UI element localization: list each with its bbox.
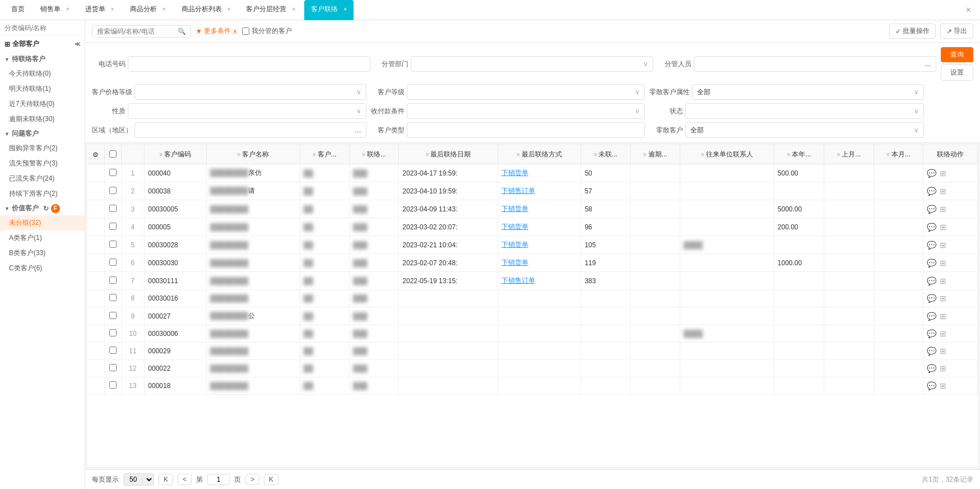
- col-this-month[interactable]: 本月...: [874, 145, 923, 164]
- row-check[interactable]: [104, 377, 121, 395]
- row-checkbox[interactable]: [109, 347, 117, 354]
- grid-action-icon[interactable]: ⊞: [940, 241, 946, 250]
- row-last-contact-method[interactable]: 下销货单: [498, 236, 581, 254]
- row-last-contact-method[interactable]: [498, 290, 581, 307]
- grid-action-icon[interactable]: ⊞: [940, 294, 946, 303]
- sidebar-group-value[interactable]: ▼ 价值客户 ↻ F: [0, 201, 85, 215]
- row-check[interactable]: [104, 254, 121, 272]
- row-check[interactable]: [104, 236, 121, 254]
- message-icon[interactable]: 💬: [927, 381, 936, 390]
- tab-product-analysis-list[interactable]: 商品分析列表 ×: [175, 0, 238, 20]
- message-icon[interactable]: 💬: [927, 329, 936, 338]
- sidebar-item-week-pending[interactable]: 近7天待联络(0): [0, 96, 85, 112]
- col-level[interactable]: 客户...: [300, 145, 349, 164]
- page-input[interactable]: [207, 474, 230, 485]
- message-icon[interactable]: 💬: [927, 169, 936, 178]
- row-last-contact-method[interactable]: [498, 377, 581, 395]
- grid-action-icon[interactable]: ⊞: [940, 312, 946, 321]
- tab-purchase[interactable]: 进货单 ×: [78, 0, 121, 20]
- row-last-contact-method[interactable]: 下销货单: [498, 254, 581, 272]
- sidebar-item-tomorrow-pending[interactable]: 明天待联络(1): [0, 81, 85, 96]
- search-btn[interactable]: 查询: [941, 47, 973, 62]
- my-customers-check[interactable]: [242, 27, 249, 35]
- batch-ops-button[interactable]: ✓ 批量操作: [889, 24, 936, 39]
- tab-customer-segment-close[interactable]: ×: [292, 6, 295, 12]
- row-check[interactable]: [104, 343, 121, 360]
- sidebar-item-overdue-pending[interactable]: 逾期未联络(30): [0, 112, 85, 127]
- customer-type-select[interactable]: [407, 122, 645, 138]
- row-check[interactable]: [104, 325, 121, 343]
- row-last-contact-method[interactable]: 下销货单: [498, 218, 581, 236]
- next-page-btn[interactable]: >: [245, 474, 259, 485]
- region-select[interactable]: …: [134, 122, 366, 138]
- row-checkbox[interactable]: [109, 223, 117, 230]
- message-icon[interactable]: 💬: [927, 276, 936, 285]
- sidebar-search-box[interactable]: 🔍: [0, 20, 85, 36]
- message-icon[interactable]: 💬: [927, 241, 936, 250]
- message-icon[interactable]: 💬: [927, 312, 936, 321]
- grid-action-icon[interactable]: ⊞: [940, 169, 946, 178]
- sidebar-item-class-a[interactable]: A类客户(1): [0, 230, 85, 246]
- row-checkbox[interactable]: [109, 312, 117, 319]
- payment-select[interactable]: ∨: [407, 103, 645, 119]
- sidebar-item-class-b[interactable]: B类客户(33): [0, 246, 85, 261]
- grid-action-icon[interactable]: ⊞: [940, 364, 946, 373]
- zero-sales-attr-select[interactable]: 全部 ∨: [692, 84, 924, 100]
- tab-customer-contact[interactable]: 客户联络 ×: [304, 0, 354, 20]
- row-checkbox[interactable]: [109, 259, 117, 266]
- select-all-check[interactable]: [109, 150, 117, 158]
- row-check[interactable]: [104, 360, 121, 377]
- row-checkbox[interactable]: [109, 241, 117, 248]
- sidebar-group-problem[interactable]: ▼ 问题客户: [0, 127, 85, 141]
- more-conditions-btn[interactable]: ▼ 更多条件 ∧: [196, 26, 238, 36]
- message-icon[interactable]: 💬: [927, 364, 936, 373]
- message-icon[interactable]: 💬: [927, 205, 936, 214]
- sidebar-item-abnormal[interactable]: 囤购异常客户(2): [0, 141, 85, 156]
- row-checkbox[interactable]: [109, 381, 117, 389]
- row-checkbox[interactable]: [109, 169, 117, 176]
- row-check[interactable]: [104, 290, 121, 307]
- grid-action-icon[interactable]: ⊞: [940, 187, 946, 196]
- row-checkbox[interactable]: [109, 294, 117, 301]
- col-company-contact[interactable]: 往来单位联系人: [680, 145, 774, 164]
- grid-action-icon[interactable]: ⊞: [940, 381, 946, 390]
- message-icon[interactable]: 💬: [927, 259, 936, 267]
- row-last-contact-method[interactable]: 下销售订单: [498, 182, 581, 200]
- col-code[interactable]: 客户编码: [145, 145, 207, 164]
- tab-customer-contact-close[interactable]: ×: [343, 6, 347, 12]
- tab-sales-close[interactable]: ×: [66, 6, 69, 12]
- grid-action-icon[interactable]: ⊞: [940, 329, 946, 338]
- row-checkbox[interactable]: [109, 187, 117, 194]
- grid-action-icon[interactable]: ⊞: [940, 259, 946, 267]
- grid-action-icon[interactable]: ⊞: [940, 276, 946, 285]
- dept-select[interactable]: ∨: [411, 56, 653, 72]
- sidebar-item-unclassified[interactable]: 未分组(32): [0, 215, 85, 230]
- zero-sales-select[interactable]: 全部 ∨: [685, 122, 924, 138]
- col-last-contact-date[interactable]: 最后联络日期: [399, 145, 498, 164]
- message-icon[interactable]: 💬: [927, 223, 936, 232]
- export-button[interactable]: ↗ 导出: [940, 24, 973, 39]
- search-box[interactable]: 🔍: [92, 25, 191, 38]
- row-check[interactable]: [104, 218, 121, 236]
- tab-product-analysis-list-close[interactable]: ×: [227, 6, 231, 12]
- sidebar-item-declining[interactable]: 持续下滑客户(2): [0, 186, 85, 201]
- col-overdue[interactable]: 逾期...: [630, 145, 680, 164]
- row-checkbox[interactable]: [109, 364, 117, 371]
- grid-action-icon[interactable]: ⊞: [940, 223, 946, 232]
- page-size-select[interactable]: 50 100 200: [123, 473, 154, 486]
- message-icon[interactable]: 💬: [927, 294, 936, 303]
- row-check[interactable]: [104, 164, 121, 182]
- sidebar-item-churned[interactable]: 已流失客户(24): [0, 171, 85, 186]
- search-input[interactable]: [97, 27, 175, 35]
- price-level-select[interactable]: ∨: [134, 84, 366, 100]
- message-icon[interactable]: 💬: [927, 347, 936, 356]
- col-last-month[interactable]: 上月...: [824, 145, 874, 164]
- status-select[interactable]: ∨: [685, 103, 924, 119]
- phone-input[interactable]: [128, 56, 370, 72]
- my-customers-checkbox[interactable]: 我分管的客户: [242, 26, 292, 36]
- col-last-contact-method[interactable]: 最后联络方式: [498, 145, 581, 164]
- row-checkbox[interactable]: [109, 329, 117, 336]
- row-last-contact-method[interactable]: 下销售订单: [498, 272, 581, 290]
- sidebar-item-class-c[interactable]: C类客户(6): [0, 261, 85, 276]
- first-page-btn[interactable]: K: [159, 474, 173, 485]
